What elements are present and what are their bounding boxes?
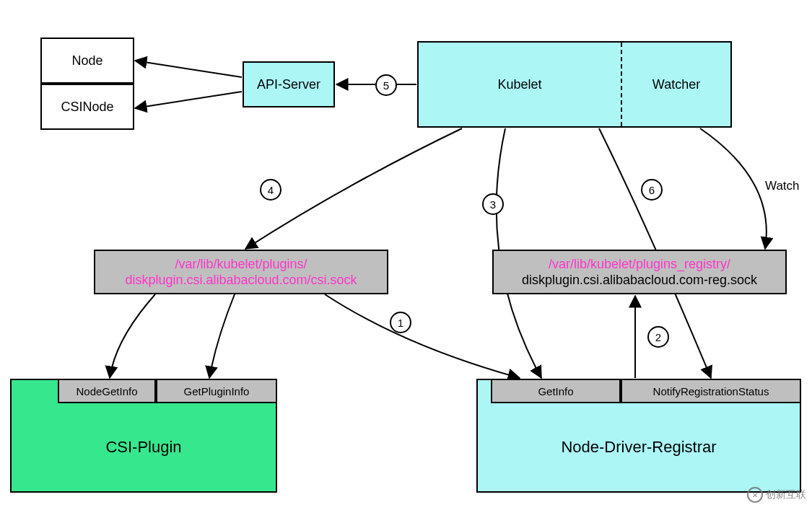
watcher-label: Watcher xyxy=(652,77,700,92)
notifyregstatus-label: NotifyRegistrationStatus xyxy=(653,385,769,397)
getplugininfo-box: GetPluginInfo xyxy=(156,379,277,403)
nodegetinfo-label: NodeGetInfo xyxy=(76,385,137,397)
ndr-title: Node-Driver-Registrar xyxy=(561,438,716,457)
node-label: Node xyxy=(71,53,102,69)
nodegetinfo-box: NodeGetInfo xyxy=(58,379,156,403)
api-server-label: API-Server xyxy=(257,77,320,92)
step-1: 1 xyxy=(390,312,411,333)
registry-sock-box: /var/lib/kubelet/plugins_registry/ diskp… xyxy=(492,250,787,294)
node-box: Node xyxy=(40,38,134,84)
csinode-box: CSINode xyxy=(40,84,134,130)
plugin-sock-box: /var/lib/kubelet/plugins/ diskplugin.csi… xyxy=(94,250,388,294)
api-server-box: API-Server xyxy=(243,61,335,107)
svg-line-0 xyxy=(135,61,242,77)
csinode-label: CSINode xyxy=(61,100,113,115)
notifyregstatus-box: NotifyRegistrationStatus xyxy=(621,379,801,403)
getinfo-label: GetInfo xyxy=(538,385,573,397)
step-2: 2 xyxy=(647,326,669,348)
kubelet-box: Kubelet Watcher xyxy=(417,41,732,128)
registry-sock-line1: /var/lib/kubelet/plugins_registry/ xyxy=(549,256,730,273)
csi-plugin-title: CSI-Plugin xyxy=(105,438,181,457)
watermark-text: 创新互联 xyxy=(766,488,806,501)
plugin-sock-line2: diskplugin.csi.alibabacloud.com/csi.sock xyxy=(125,272,357,289)
watermark-icon: ✕ xyxy=(747,487,763,503)
plugin-sock-line1: /var/lib/kubelet/plugins/ xyxy=(175,256,307,273)
svg-line-1 xyxy=(135,92,242,108)
getinfo-box: GetInfo xyxy=(491,379,621,403)
getplugininfo-label: GetPluginInfo xyxy=(184,385,250,397)
step-3: 3 xyxy=(482,193,504,215)
watermark: ✕ 创新互联 xyxy=(747,487,806,503)
kubelet-label: Kubelet xyxy=(497,77,541,92)
step-4: 4 xyxy=(260,179,281,201)
registry-sock-line2: diskplugin.csi.alibabacloud.com-reg.sock xyxy=(522,272,757,289)
watch-label: Watch xyxy=(765,179,800,193)
step-5: 5 xyxy=(375,74,397,96)
step-6: 6 xyxy=(641,179,663,201)
